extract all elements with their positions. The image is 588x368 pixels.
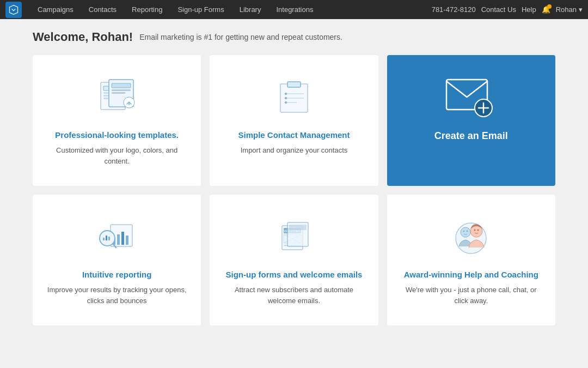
svg-rect-26 — [121, 232, 124, 245]
welcome-name: Welcome, Rohan! — [33, 30, 133, 44]
svg-rect-7 — [112, 89, 131, 91]
chevron-down-icon: ▾ — [579, 5, 583, 14]
create-email-title: Create an Email — [434, 130, 508, 142]
svg-point-48 — [477, 230, 479, 231]
welcome-subtitle: Email marketing is #1 for getting new an… — [139, 33, 342, 41]
contacts-desc: Import and organize your contacts — [241, 145, 348, 156]
nav-notifications[interactable]: 🔔 — [542, 5, 550, 14]
help-title: Award-winning Help and Coaching — [404, 270, 538, 279]
card-contacts[interactable]: Simple Contact Management Import and org… — [210, 55, 378, 186]
card-reporting[interactable]: Intuitive reporting Improve your results… — [33, 195, 201, 325]
templates-title: Professional-looking templates. — [55, 130, 179, 140]
nav-help[interactable]: Help — [522, 5, 536, 14]
svg-rect-41 — [289, 225, 307, 230]
nav-library[interactable]: Library — [232, 0, 269, 19]
nav-right: 781-472-8120 Contact Us Help 🔔 Rohan ▾ — [432, 5, 583, 14]
nav-user-menu[interactable]: Rohan ▾ — [556, 5, 583, 14]
svg-rect-32 — [108, 237, 110, 240]
svg-rect-12 — [287, 82, 301, 87]
card-signup[interactable]: WELCOME Sign-up forms and welcome emails… — [210, 195, 378, 325]
nav-contacts[interactable]: Contacts — [81, 0, 124, 19]
svg-rect-27 — [126, 236, 128, 245]
signup-icon: WELCOME — [272, 211, 316, 260]
nav-reporting[interactable]: Reporting — [124, 0, 170, 19]
svg-point-43 — [461, 227, 470, 237]
create-email-icon — [441, 71, 501, 120]
nav-phone: 781-472-8120 — [432, 5, 476, 14]
svg-point-44 — [463, 231, 465, 232]
svg-point-17 — [285, 97, 287, 99]
templates-desc: Customized with your logo, colors, and c… — [44, 145, 190, 166]
notification-badge — [547, 4, 552, 9]
welcome-bar: Welcome, Rohan! Email marketing is #1 fo… — [33, 30, 555, 44]
svg-rect-30 — [103, 238, 105, 240]
nav-campaigns[interactable]: Campaigns — [30, 0, 81, 19]
svg-rect-31 — [106, 236, 107, 240]
svg-point-16 — [285, 93, 287, 95]
svg-point-45 — [467, 231, 468, 232]
reporting-desc: Improve your results by tracking your op… — [44, 285, 190, 306]
templates-icon — [95, 71, 139, 120]
contacts-title: Simple Contact Management — [238, 130, 350, 140]
svg-rect-25 — [117, 234, 120, 245]
nav-integrations[interactable]: Integrations — [268, 0, 321, 19]
cards-grid: Professional-looking templates. Customiz… — [33, 55, 555, 325]
nav-contact-us[interactable]: Contact Us — [481, 5, 516, 14]
reporting-title: Intuitive reporting — [82, 270, 152, 279]
signup-desc: Attract new subscribers and automate wel… — [220, 285, 367, 306]
svg-point-18 — [285, 101, 287, 104]
help-desc: We're with you - just a phone call, chat… — [398, 285, 544, 306]
help-icon — [449, 211, 493, 260]
reporting-icon — [95, 211, 139, 260]
navbar: Campaigns Contacts Reporting Sign-up For… — [0, 0, 588, 19]
card-create-email[interactable]: Create an Email — [387, 55, 555, 186]
nav-links: Campaigns Contacts Reporting Sign-up For… — [30, 0, 432, 19]
svg-rect-8 — [112, 92, 125, 94]
signup-title: Sign-up forms and welcome emails — [226, 270, 363, 279]
contacts-icon — [272, 71, 316, 120]
card-help[interactable]: Award-winning Help and Coaching We're wi… — [387, 195, 555, 325]
svg-rect-6 — [112, 83, 131, 88]
svg-point-47 — [474, 230, 476, 231]
app-logo[interactable] — [5, 2, 22, 18]
card-templates[interactable]: Professional-looking templates. Customiz… — [33, 55, 201, 186]
main-content: Welcome, Rohan! Email marketing is #1 fo… — [0, 19, 588, 368]
nav-signup-forms[interactable]: Sign-up Forms — [170, 0, 231, 19]
